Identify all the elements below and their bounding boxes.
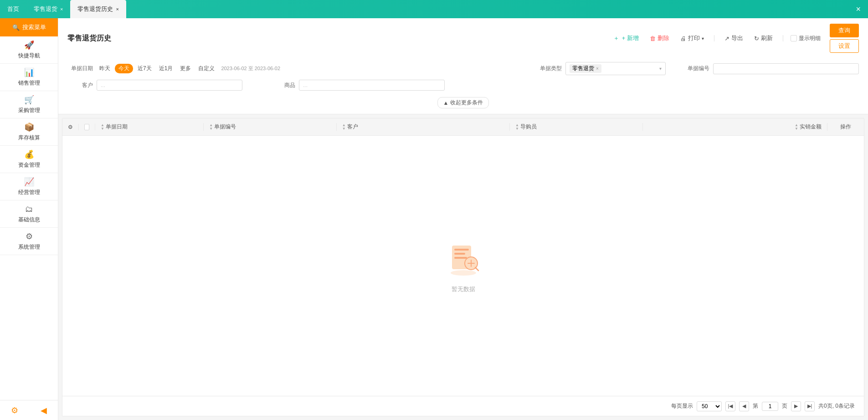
sidebar-item-label: 基础信息: [18, 216, 40, 224]
table-area: ⚙ ▲▼ 单据日期 ▲▼ 单据编号 ▲▼ 客户 ▲▼: [62, 118, 864, 416]
sidebar-bottom: ⚙ ◀: [0, 400, 58, 420]
sidebar-item-quick-nav[interactable]: 🚀 快捷导航: [0, 36, 58, 64]
collapse-button[interactable]: ▲ 收起更多条件: [437, 97, 489, 108]
add-icon: ＋: [613, 34, 619, 42]
next-page-btn[interactable]: ▶: [791, 401, 801, 411]
filter-area: 单据日期 昨天 今天 近7天 近1月 更多 自定义 2023-06-02 至 2…: [67, 58, 859, 114]
th-date[interactable]: ▲▼ 单据日期: [95, 123, 204, 131]
topbar: 首页 零售退货 × 零售退货历史 × ×: [0, 0, 868, 18]
svg-rect-4: [454, 257, 467, 259]
per-page-label: 每页显示: [671, 402, 693, 410]
voucher-no-input[interactable]: [713, 63, 859, 74]
window-close-button[interactable]: ×: [856, 5, 861, 14]
quick-nav-icon: 🚀: [24, 40, 34, 50]
tab-retail-return-history[interactable]: 零售退货历史 ×: [70, 0, 126, 18]
query-button[interactable]: 查询: [830, 24, 859, 37]
tab-home[interactable]: 首页: [0, 0, 26, 18]
delete-icon: 🗑: [650, 35, 656, 42]
th-check[interactable]: [79, 124, 95, 130]
print-dropdown-icon: ▾: [702, 36, 704, 41]
first-page-btn[interactable]: |◀: [725, 401, 735, 411]
svg-rect-3: [454, 253, 465, 255]
customer-label: 客户: [67, 82, 97, 89]
total-records: 共0页, 0条记录: [818, 402, 855, 410]
sort-no[interactable]: ▲▼: [209, 123, 213, 131]
sidebar-item-purchase[interactable]: 🛒 采购管理: [0, 91, 58, 118]
detail-checkbox[interactable]: [791, 35, 797, 41]
goods-label: 商品: [270, 82, 299, 89]
sidebar-item-basic-info[interactable]: 🗂 基础信息: [0, 200, 58, 228]
basic-info-icon: 🗂: [25, 205, 33, 214]
date-opt-today[interactable]: 今天: [115, 64, 133, 73]
customer-input[interactable]: ...: [97, 80, 242, 91]
collapse-icon: ▲: [443, 100, 449, 106]
per-page-select[interactable]: 50 100 200: [697, 401, 722, 411]
show-detail-checkbox[interactable]: 显示明细: [791, 35, 821, 42]
sidebar-item-label: 资金管理: [18, 161, 40, 169]
sort-date[interactable]: ▲▼: [101, 123, 104, 131]
select-all-checkbox[interactable]: [84, 124, 89, 130]
inventory-icon: 📦: [24, 122, 34, 132]
add-button[interactable]: ＋ + 新增: [611, 32, 642, 44]
voucher-type-dropdown-icon: ▾: [659, 66, 662, 71]
page-header: 零售退货历史 ＋ + 新增 🗑 删除 🖨 打印 ▾: [58, 18, 868, 114]
sort-amount[interactable]: ▲▼: [795, 123, 798, 131]
purchase-icon: 🛒: [24, 95, 34, 105]
pagination: 每页显示 50 100 200 |◀ ◀ 第 页 ▶ ▶| 共0页, 0条记录: [62, 396, 864, 416]
sort-guide[interactable]: ▲▼: [515, 123, 519, 131]
sort-customer[interactable]: ▲▼: [342, 123, 346, 131]
sidebar-item-finance[interactable]: 💰 资金管理: [0, 146, 58, 173]
collapse-sidebar-btn[interactable]: ◀: [41, 405, 47, 415]
settings-bottom-btn[interactable]: ⚙: [11, 405, 18, 415]
page-number-input[interactable]: [762, 402, 778, 411]
sidebar-item-operations[interactable]: 📈 经营管理: [0, 173, 58, 200]
voucher-type-label: 单据类型: [536, 65, 565, 72]
main-layout: 🔍 搜索菜单 🚀 快捷导航 📊 销售管理 🛒 采购管理 📦 库存核算 💰: [0, 18, 868, 420]
last-page-btn[interactable]: ▶|: [805, 401, 815, 411]
refresh-button[interactable]: ↻ 刷新: [751, 32, 776, 44]
th-no[interactable]: ▲▼ 单据编号: [204, 123, 337, 131]
date-label: 单据日期: [67, 65, 97, 72]
set-button[interactable]: 设置: [830, 39, 859, 53]
svg-point-0: [451, 270, 476, 276]
th-settings[interactable]: ⚙: [62, 124, 79, 130]
sidebar-item-label: 快捷导航: [18, 52, 40, 60]
th-amount[interactable]: ▲▼ 实销金额: [735, 123, 827, 131]
sales-icon: 📊: [24, 67, 34, 77]
table-header: ⚙ ▲▼ 单据日期 ▲▼ 单据编号 ▲▼ 客户 ▲▼: [62, 118, 864, 136]
table-body: 暂无数据: [62, 136, 864, 396]
sidebar-item-inventory[interactable]: 📦 库存核算: [0, 118, 58, 146]
date-opt-yesterday[interactable]: 昨天: [97, 64, 113, 73]
svg-rect-2: [454, 249, 469, 251]
date-opt-more[interactable]: 更多: [177, 64, 194, 73]
table-settings-icon[interactable]: ⚙: [68, 124, 73, 130]
tab-retail-return[interactable]: 零售退货 ×: [26, 0, 70, 18]
goods-input[interactable]: ...: [299, 80, 445, 91]
toolbar-divider2: [783, 35, 783, 41]
remove-voucher-type-tag[interactable]: ×: [596, 66, 599, 71]
date-opt-1month[interactable]: 近1月: [156, 64, 176, 73]
export-button[interactable]: ↗ 导出: [722, 32, 746, 44]
delete-button[interactable]: 🗑 删除: [647, 32, 672, 44]
close-tab-retail-return-history[interactable]: ×: [116, 6, 118, 12]
sidebar-item-sales[interactable]: 📊 销售管理: [0, 64, 58, 91]
toolbar: ＋ + 新增 🗑 删除 🖨 打印 ▾ ↗ 导出: [611, 24, 859, 53]
close-tab-retail-return[interactable]: ×: [60, 6, 63, 12]
voucher-type-select[interactable]: 零售退货 × ▾: [565, 62, 666, 75]
sidebar-item-label: 销售管理: [18, 79, 40, 87]
th-customer[interactable]: ▲▼ 客户: [337, 123, 510, 131]
print-button[interactable]: 🖨 打印 ▾: [678, 32, 707, 44]
sidebar-item-system[interactable]: ⚙ 系统管理: [0, 228, 58, 255]
svg-line-8: [475, 267, 478, 271]
page-title-row: 零售退货历史 ＋ + 新增 🗑 删除 🖨 打印 ▾: [67, 24, 859, 53]
sidebar-search[interactable]: 🔍 搜索菜单: [0, 18, 58, 36]
toolbar-divider: [714, 35, 714, 41]
sidebar-menu: 🚀 快捷导航 📊 销售管理 🛒 采购管理 📦 库存核算 💰 资金管理 📈: [0, 36, 58, 400]
filter-row-customer: 客户 ... 商品 ...: [67, 80, 859, 91]
prev-page-btn[interactable]: ◀: [739, 401, 749, 411]
print-icon: 🖨: [680, 35, 686, 42]
date-opt-custom[interactable]: 自定义: [195, 64, 217, 73]
content-area: 零售退货历史 ＋ + 新增 🗑 删除 🖨 打印 ▾: [58, 18, 868, 420]
th-guide[interactable]: ▲▼ 导购员: [510, 123, 643, 131]
date-opt-7days[interactable]: 近7天: [135, 64, 154, 73]
